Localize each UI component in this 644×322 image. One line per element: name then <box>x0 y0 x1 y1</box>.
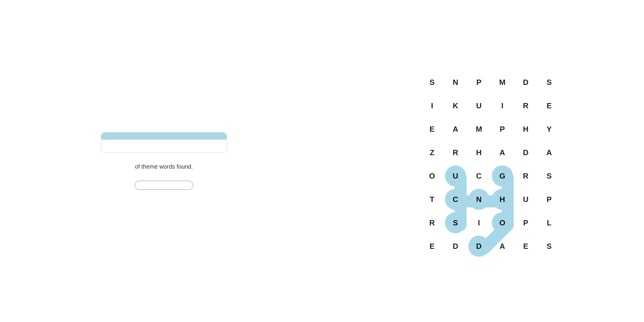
theme-card-header <box>101 133 227 140</box>
grid-cell[interactable]: P <box>539 189 560 210</box>
grid-cell[interactable]: U <box>468 95 489 116</box>
grid-cell[interactable]: K <box>445 95 466 116</box>
grid-cell[interactable]: P <box>492 119 513 140</box>
grid-cell[interactable]: H <box>515 119 536 140</box>
progress-of: of <box>135 163 141 170</box>
grid-cell[interactable]: P <box>515 212 536 233</box>
grid-cell[interactable]: E <box>422 119 443 140</box>
grid-cell[interactable]: D <box>468 236 489 257</box>
grid-cell[interactable]: S <box>539 165 560 186</box>
grid-cell[interactable]: S <box>445 212 466 233</box>
grid-cell[interactable]: Y <box>539 119 560 140</box>
grid-cell[interactable]: E <box>539 95 560 116</box>
grid-cell[interactable]: M <box>492 72 513 93</box>
grid-cell[interactable]: M <box>468 119 489 140</box>
grid-cell[interactable]: A <box>492 142 513 163</box>
right-panel: SNPMDSIKUIREEAMPHYZRHADAOUCGRSTCNHUPRSIO… <box>422 63 568 259</box>
grid-cell[interactable]: S <box>539 236 560 257</box>
grid-cell[interactable]: C <box>445 189 466 210</box>
grid-cell[interactable]: C <box>468 165 489 186</box>
left-panel: of theme words found. <box>76 132 252 190</box>
grid-cell[interactable]: E <box>515 236 536 257</box>
word-grid[interactable]: SNPMDSIKUIREEAMPHYZRHADAOUCGRSTCNHUPRSIO… <box>422 72 568 258</box>
grid-cell[interactable]: R <box>445 142 466 163</box>
grid-cell[interactable]: A <box>445 119 466 140</box>
grid-cell[interactable]: I <box>422 95 443 116</box>
grid-cell[interactable]: H <box>468 142 489 163</box>
grid-cell[interactable]: D <box>515 142 536 163</box>
grid-cell[interactable]: N <box>445 72 466 93</box>
grid-cell[interactable]: I <box>492 95 513 116</box>
theme-card <box>101 132 227 153</box>
progress-suffix: theme words found. <box>141 163 193 170</box>
grid-cell[interactable]: R <box>515 165 536 186</box>
main-layout: of theme words found. <box>59 29 585 293</box>
grid-cell[interactable]: L <box>539 212 560 233</box>
grid-cell[interactable]: D <box>515 72 536 93</box>
grid-cell[interactable]: S <box>539 72 560 93</box>
grid-cell[interactable]: P <box>468 72 489 93</box>
grid-cell[interactable]: R <box>422 212 443 233</box>
grid-cell[interactable]: Z <box>422 142 443 163</box>
theme-card-body <box>101 140 227 153</box>
grid-cell[interactable]: O <box>492 212 513 233</box>
grid-cell[interactable]: U <box>445 165 466 186</box>
grid-cell[interactable]: I <box>468 212 489 233</box>
progress-text: of theme words found. <box>135 163 193 170</box>
grid-container: SNPMDSIKUIREEAMPHYZRHADAOUCGRSTCNHUPRSIO… <box>422 72 568 259</box>
grid-cell[interactable]: O <box>422 165 443 186</box>
grid-cell[interactable]: D <box>445 236 466 257</box>
grid-cell[interactable]: S <box>422 72 443 93</box>
grid-cell[interactable]: T <box>422 189 443 210</box>
grid-cell[interactable]: G <box>492 165 513 186</box>
grid-cell[interactable]: A <box>539 142 560 163</box>
grid-cell[interactable]: A <box>492 236 513 257</box>
grid-cell[interactable]: U <box>515 189 536 210</box>
grid-cell[interactable]: R <box>515 95 536 116</box>
grid-cell[interactable]: H <box>492 189 513 210</box>
grid-cell[interactable]: E <box>422 236 443 257</box>
hint-button[interactable] <box>135 181 193 190</box>
grid-cell[interactable]: N <box>468 189 489 210</box>
